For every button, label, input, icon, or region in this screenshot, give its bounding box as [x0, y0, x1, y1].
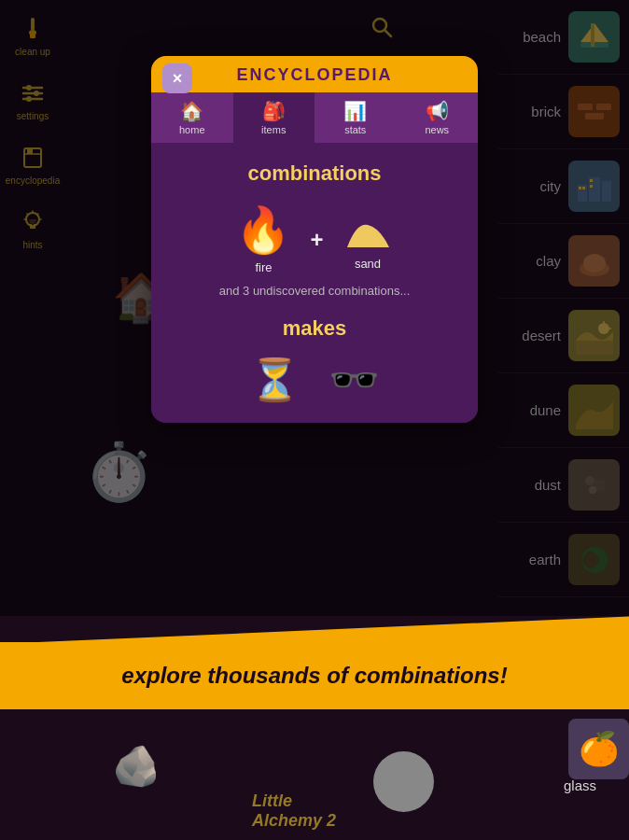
hourglass-icon: ⏳	[249, 356, 301, 404]
stats-tab-label: stats	[344, 124, 366, 135]
tab-home[interactable]: 🏠 home	[151, 92, 233, 143]
makes-title: makes	[170, 316, 459, 341]
modal-close-button[interactable]: ×	[162, 63, 192, 93]
home-tab-label: home	[179, 124, 205, 135]
undiscovered-text: and 3 undiscovered combinations...	[170, 284, 459, 298]
sunglasses-icon: 🕶️	[328, 356, 380, 404]
modal-body: combinations 🔥 fire + sand and 3 undisco…	[151, 143, 478, 423]
sand-icon	[342, 208, 394, 253]
stats-tab-icon: 📊	[343, 100, 367, 122]
items-tab-label: items	[261, 124, 286, 135]
modal-tabs: 🏠 home 🎒 items 📊 stats 📢 news	[151, 92, 478, 143]
glass-label: glass	[564, 777, 596, 793]
fire-icon: 🔥	[235, 204, 291, 257]
sand-label: sand	[355, 257, 381, 271]
glass-circle	[373, 751, 434, 812]
tab-stats[interactable]: 📊 stats	[314, 92, 397, 143]
encyclopedia-modal-overlay: × ENCYCLOPEDIA 🏠 home 🎒 items 📊 stats 📢	[0, 0, 629, 616]
combination-row: 🔥 fire + sand	[170, 204, 459, 274]
combo-item-sand: sand	[342, 208, 394, 271]
news-tab-label: news	[425, 124, 449, 135]
items-tab-icon: 🎒	[262, 100, 286, 122]
combo-item-fire: 🔥 fire	[235, 204, 291, 274]
encyclopedia-modal: × ENCYCLOPEDIA 🏠 home 🎒 items 📊 stats 📢	[151, 56, 478, 423]
combinations-title: combinations	[170, 161, 459, 186]
combo-plus-sign: +	[310, 227, 323, 253]
modal-title: ENCYCLOPEDIA	[236, 65, 392, 85]
makes-item-hourglass: ⏳	[249, 356, 301, 404]
home-tab-icon: 🏠	[180, 100, 203, 122]
banner-text: explore thousands of combinations!	[121, 663, 507, 689]
modal-header: × ENCYCLOPEDIA 🏠 home 🎒 items 📊 stats 📢	[151, 56, 478, 143]
banner-flat: explore thousands of combinations!	[0, 642, 629, 709]
makes-row: ⏳ 🕶️	[170, 356, 459, 404]
bottom-right-item: 🍊	[568, 719, 629, 779]
tab-news[interactable]: 📢 news	[397, 92, 479, 143]
rocks-background: 🪨	[112, 743, 161, 789]
news-tab-icon: 📢	[426, 100, 449, 122]
makes-item-sunglasses: 🕶️	[328, 356, 380, 404]
fire-label: fire	[255, 260, 272, 274]
tab-items[interactable]: 🎒 items	[233, 92, 315, 143]
alchemy-logo: LittleAlchemy 2	[252, 791, 336, 831]
